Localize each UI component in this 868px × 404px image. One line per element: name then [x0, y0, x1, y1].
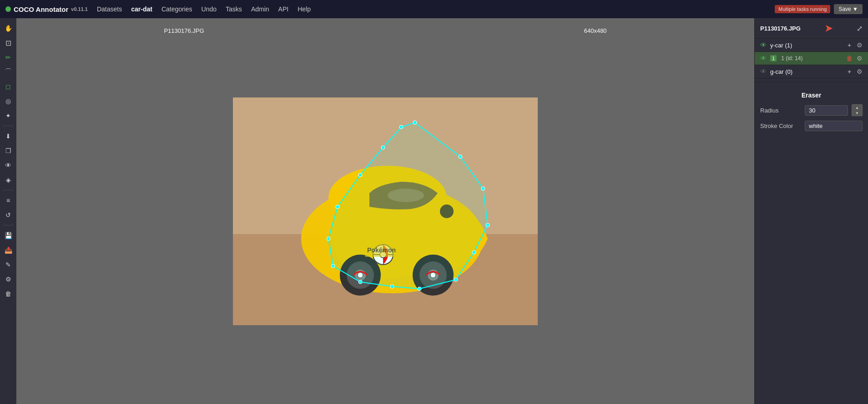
top-navigation: COCO Annotator v0.11.1 Datasets car-dat … — [0, 0, 868, 18]
eraser-radius-spinbox[interactable]: ▲ ▼ — [852, 104, 863, 116]
g-car-settings-button[interactable]: ⚙ — [855, 68, 863, 75]
g-car-label: g-car (0) — [770, 68, 843, 75]
right-panel-header: P1130176.JPG ➤ ⤢ — [755, 18, 868, 39]
polygon-icon: ✏ — [5, 54, 11, 61]
alert-badge: Multiple tasks running — [775, 5, 830, 13]
filter-tool[interactable]: ◈ — [2, 174, 15, 186]
nav-help[interactable]: Help — [298, 5, 311, 13]
svg-point-14 — [440, 205, 454, 218]
download-cloud-tool[interactable]: ⬇ — [2, 130, 15, 143]
polygon-tool[interactable]: ✏ — [2, 51, 15, 64]
nav-admin[interactable]: Admin — [251, 5, 269, 13]
magic-wand-tool[interactable]: ✦ — [2, 109, 15, 122]
nav-tasks[interactable]: Tasks — [226, 5, 242, 13]
point-tool[interactable]: ◎ — [2, 95, 15, 107]
tool-separator-2 — [3, 190, 14, 190]
annotation-1-label: 1 (id: 14) — [781, 55, 802, 61]
image-dimensions-label: 640x480 — [584, 27, 607, 34]
canvas-area[interactable]: P1130176.JPG 640x480 — [16, 18, 754, 404]
image-background: Pokémon — [233, 97, 538, 325]
brush-tool[interactable]: ⌒ — [2, 66, 15, 78]
g-car-visibility-toggle[interactable]: 👁 — [759, 68, 767, 75]
annotation-color-swatch: 1 — [770, 55, 777, 61]
y-car-label: y-car (1) — [770, 42, 843, 49]
annotation-1-row[interactable]: 👁 1 1 (id: 14) 🗑 ⚙ — [755, 52, 868, 65]
eye-icon: 👁 — [5, 162, 11, 169]
filter-icon: ◈ — [6, 176, 11, 184]
annotation-canvas[interactable]: Pokémon — [233, 97, 538, 325]
main-content: ✋ ⊡ ✏ ⌒ ➤ ◻ ◎ ✦ ⬇ ❐ 👁 — [0, 18, 868, 404]
svg-point-10 — [358, 272, 363, 278]
nav-datasets[interactable]: Datasets — [97, 5, 122, 13]
undo-tool[interactable]: ↺ — [2, 209, 15, 221]
magic-wand-icon: ✦ — [5, 112, 11, 119]
svg-point-11 — [430, 272, 436, 278]
brush-icon: ⌒ — [5, 67, 12, 77]
car-scene-svg: Pokémon — [233, 97, 538, 325]
edit-icon: ✎ — [5, 261, 11, 268]
edit-tool[interactable]: ✎ — [2, 258, 15, 271]
image-filename-label: P1130176.JPG — [164, 27, 204, 34]
save-button[interactable]: Save ▼ — [834, 4, 863, 14]
save-tool[interactable]: 💾 — [2, 229, 15, 242]
eraser-icon: ◻ — [5, 83, 11, 90]
nav-api[interactable]: API — [278, 5, 289, 13]
trash-tool[interactable]: 🗑 — [2, 287, 15, 300]
annotation-1-settings-button[interactable]: ⚙ — [855, 55, 863, 62]
eraser-radius-row: Radius 30 ▲ ▼ — [760, 104, 863, 116]
app-brand: COCO Annotator v0.11.1 — [5, 5, 88, 13]
visibility-tool[interactable]: 👁 — [2, 159, 15, 172]
copy-tool[interactable]: ❐ — [2, 144, 15, 157]
nav-undo[interactable]: Undo — [202, 5, 217, 13]
annotation-1-actions: 🗑 ⚙ — [845, 55, 863, 62]
eraser-radius-value: 30 — [805, 105, 848, 116]
category-y-car-row: 👁 y-car (1) + ⚙ — [755, 39, 868, 52]
order-tool[interactable]: ≡ — [2, 194, 15, 207]
export-tool[interactable]: 📤 — [2, 244, 15, 256]
tool-separator-3 — [3, 225, 14, 225]
order-icon: ≡ — [6, 197, 10, 204]
select-icon: ✋ — [5, 25, 12, 32]
y-car-visibility-toggle[interactable]: 👁 — [759, 41, 767, 49]
g-car-actions: + ⚙ — [845, 68, 863, 75]
g-car-add-button[interactable]: + — [845, 68, 853, 75]
bbox-icon: ⊡ — [5, 39, 11, 47]
undo-icon: ↺ — [5, 211, 11, 219]
eraser-title: Eraser — [760, 92, 863, 99]
point-icon: ◎ — [5, 97, 11, 105]
eraser-section: Eraser Radius 30 ▲ ▼ Stroke Color white — [755, 86, 868, 141]
download-cloud-icon: ⬇ — [5, 133, 11, 140]
eraser-radius-label: Radius — [760, 107, 801, 114]
y-car-actions: + ⚙ — [845, 41, 863, 49]
right-panel: P1130176.JPG ➤ ⤢ 👁 y-car (1) + ⚙ 👁 1 1 (… — [754, 18, 868, 404]
annotation-1-delete-button[interactable]: 🗑 — [845, 55, 853, 62]
bbox-tool[interactable]: ⊡ — [2, 36, 15, 49]
nav-categories[interactable]: Categories — [161, 5, 192, 13]
trash-icon: 🗑 — [5, 290, 11, 297]
brand-dot — [5, 6, 11, 12]
right-panel-filename: P1130176.JPG — [760, 25, 801, 32]
settings-icon: ⚙ — [5, 276, 11, 283]
eraser-stroke-row: Stroke Color white — [760, 121, 863, 131]
nav-car-dat[interactable]: car-dat — [131, 5, 152, 13]
svg-text:Pokémon: Pokémon — [367, 246, 396, 254]
eraser-tool[interactable]: ➤ ◻ — [2, 80, 15, 93]
category-g-car-row: 👁 g-car (0) + ⚙ — [755, 65, 868, 78]
svg-point-17 — [388, 189, 424, 202]
app-version: v0.11.1 — [71, 6, 88, 12]
y-car-add-button[interactable]: + — [845, 41, 853, 49]
copy-icon: ❐ — [5, 147, 11, 154]
eraser-stroke-color-label: Stroke Color — [760, 123, 801, 129]
radius-spin-down[interactable]: ▼ — [852, 110, 862, 116]
annotation-1-visibility[interactable]: 👁 — [759, 55, 767, 62]
y-car-settings-button[interactable]: ⚙ — [855, 41, 863, 49]
panel-divider — [755, 82, 868, 82]
save-icon: 💾 — [5, 232, 12, 239]
tool-separator-1 — [3, 126, 14, 126]
radius-spin-up[interactable]: ▲ — [852, 105, 862, 110]
export-icon: 📤 — [5, 246, 12, 254]
app-name: COCO Annotator — [14, 5, 68, 13]
expand-icon[interactable]: ⤢ — [857, 24, 863, 33]
settings-tool[interactable]: ⚙ — [2, 273, 15, 286]
select-tool[interactable]: ✋ — [2, 22, 15, 35]
